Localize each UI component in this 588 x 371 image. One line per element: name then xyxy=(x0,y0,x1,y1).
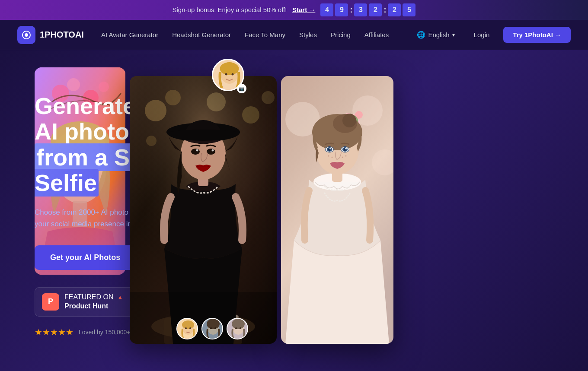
countdown-d2: 9 xyxy=(335,3,348,16)
countdown-sep1: : xyxy=(350,6,352,15)
navbar: 1PHOTOAI AI Avatar Generator Headshot Ge… xyxy=(0,20,588,50)
svg-point-35 xyxy=(207,149,215,155)
thumb-1[interactable] xyxy=(176,318,198,339)
countdown-d1: 4 xyxy=(320,3,333,16)
svg-point-72 xyxy=(185,327,187,329)
countdown-sep2: : xyxy=(383,6,386,15)
ph-featured-text: FEATURED ON xyxy=(64,293,113,301)
svg-point-65 xyxy=(328,155,329,157)
profile-avatar-container: 📷 xyxy=(212,59,246,93)
svg-point-22 xyxy=(207,92,226,111)
svg-point-63 xyxy=(329,148,331,149)
svg-point-64 xyxy=(345,148,347,149)
svg-point-71 xyxy=(182,320,194,329)
countdown-d4: 2 xyxy=(369,3,382,16)
banner-cta[interactable]: Start → xyxy=(292,6,315,13)
hero-section: Generate beautiful AI photos from a Sing… xyxy=(0,50,588,371)
svg-point-34 xyxy=(191,149,200,155)
svg-point-73 xyxy=(189,327,191,329)
svg-point-21 xyxy=(165,90,181,105)
nav-face-to-many[interactable]: Face To Many xyxy=(245,31,285,38)
top-banner: Sign-up bonus: Enjoy a special 50% off! … xyxy=(0,0,588,20)
ph-arrow-icon: ▲ xyxy=(117,294,123,301)
svg-point-1 xyxy=(25,33,28,37)
svg-point-83 xyxy=(240,327,241,329)
get-photos-button[interactable]: Get your AI Photos xyxy=(35,245,136,270)
nav-right: 🌐 English ▾ Login Try 1PhotoAI → xyxy=(412,27,571,43)
svg-point-66 xyxy=(332,157,333,158)
svg-point-15 xyxy=(220,62,239,75)
logo-icon xyxy=(17,26,35,44)
language-label: English xyxy=(428,31,449,38)
svg-point-81 xyxy=(232,319,245,329)
countdown-d6: 5 xyxy=(403,3,415,16)
countdown: 4 9 : 3 2 : 2 5 xyxy=(320,3,415,16)
language-selector[interactable]: 🌐 English ▾ xyxy=(412,28,460,41)
main-ai-photo xyxy=(130,76,277,344)
nav-ai-avatar[interactable]: AI Avatar Generator xyxy=(101,31,158,38)
logo[interactable]: 1PHOTOAI xyxy=(17,26,84,44)
svg-point-16 xyxy=(225,73,227,76)
thumb-2[interactable] xyxy=(201,318,223,339)
second-ai-photo xyxy=(281,76,393,344)
nav-pricing[interactable]: Pricing xyxy=(331,31,351,38)
try-cta-button[interactable]: Try 1PhotoAI → xyxy=(503,27,571,43)
nav-affiliates[interactable]: Affiliates xyxy=(364,31,389,38)
svg-point-24 xyxy=(262,91,275,104)
svg-point-54 xyxy=(342,114,356,127)
logo-text: 1PHOTOAI xyxy=(40,30,84,40)
svg-point-25 xyxy=(146,136,157,146)
globe-icon: 🌐 xyxy=(417,31,425,39)
product-hunt-icon: P xyxy=(42,293,59,311)
svg-point-23 xyxy=(242,106,259,124)
camera-icon: 📷 xyxy=(237,84,246,93)
svg-point-82 xyxy=(235,327,237,329)
svg-point-67 xyxy=(342,157,343,158)
svg-point-77 xyxy=(210,327,212,329)
ph-name: Product Hunt xyxy=(64,302,125,311)
nav-styles[interactable]: Styles xyxy=(299,31,317,38)
countdown-d5: 2 xyxy=(388,3,401,16)
nav-headshot[interactable]: Headshot Generator xyxy=(172,31,231,38)
countdown-d3: 3 xyxy=(354,3,367,16)
banner-text: Sign-up bonus: Enjoy a special 50% off! xyxy=(173,6,287,13)
svg-point-36 xyxy=(196,149,198,152)
svg-point-78 xyxy=(214,327,216,329)
svg-point-68 xyxy=(345,155,347,157)
svg-point-76 xyxy=(207,319,220,329)
login-button[interactable]: Login xyxy=(467,28,497,42)
thumb-3[interactable] xyxy=(227,318,248,339)
svg-point-37 xyxy=(212,149,214,152)
svg-point-17 xyxy=(232,73,234,76)
chevron-down-icon: ▾ xyxy=(452,32,455,38)
svg-point-20 xyxy=(145,100,166,121)
thumbnails xyxy=(176,318,248,339)
ph-text-block: FEATURED ON ▲ Product Hunt xyxy=(64,293,125,311)
nav-links: AI Avatar Generator Headshot Generator F… xyxy=(101,31,412,38)
star-rating: ★★★★★ xyxy=(35,327,74,337)
ph-featured-label: FEATURED ON ▲ xyxy=(64,293,125,302)
